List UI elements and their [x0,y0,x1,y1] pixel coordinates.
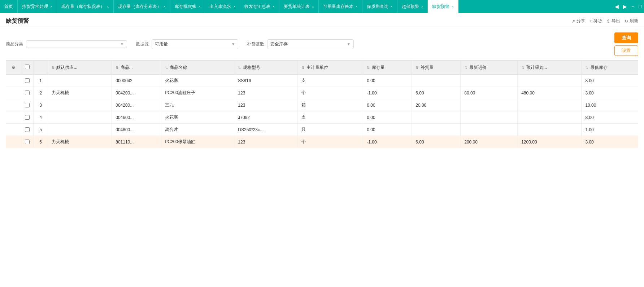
tab-minimize-button[interactable]: − [629,0,636,13]
tab-close-expiry[interactable]: × [391,5,393,9]
row-latest-price-cell: 80.00 [461,87,518,99]
column-header-item-name[interactable]: ⇅ 商品名称 [161,61,234,75]
sort-est-icon: ⇅ [521,66,524,70]
column-header-supplier[interactable]: ⇅ 默认供应... [48,61,112,75]
column-header-min-stock[interactable]: ⇅ 最低库存 [582,61,638,75]
row-spec-cell: 123 [234,99,298,111]
page-header: 缺货预警 ↗ 分享 + 补货 ⇧ 导出 ↻ 刷新 [0,13,644,28]
row-checkbox-2[interactable] [25,103,30,107]
tab-overstock[interactable]: 超储预警× [397,0,428,13]
share-button[interactable]: ↗ 分享 [571,18,585,24]
tab-maximize-button[interactable]: □ [637,0,644,13]
row-checkbox-3[interactable] [25,115,30,120]
row-code-cell: 004600... [112,111,161,124]
row-index-cell: 5 [34,124,48,136]
column-header-latest-price[interactable]: ⇅ 最新进价 [461,61,518,75]
row-name-cell: PC200油缸庄子 [161,87,234,99]
row-code-cell: 0000042 [112,75,161,87]
row-checkbox-4[interactable] [25,127,30,132]
row-supplier-cell: 力天机械 [48,136,112,148]
row-est-purchase-cell [518,124,582,136]
column-header-item-code[interactable]: ⇅ 商品... [112,61,161,75]
row-settings-cell [6,111,21,124]
tab-close-available-ledger[interactable]: × [356,5,358,9]
row-latest-price-cell [461,111,518,124]
row-spec-cell: 123 [234,136,298,148]
datasource-select[interactable]: 可用量 ▼ [152,39,238,49]
tab-close-shortage[interactable]: × [452,5,454,9]
row-replenish-qty-cell: 6.00 [412,87,461,99]
tab-prev-button[interactable]: ◀ [613,0,621,13]
row-name-cell: 三九 [161,99,234,111]
tab-expiry[interactable]: 保质期查询× [362,0,397,13]
row-unit-cell: 个 [298,136,363,148]
tab-close-overstock[interactable]: × [421,5,423,9]
table-settings-icon[interactable]: ⚙ [9,63,17,71]
replenish-button[interactable]: + 补货 [589,18,602,24]
row-checkbox-cell [21,124,34,136]
tab-abnormal[interactable]: 拣货异常处理× [18,0,57,13]
row-unit-cell: 个 [298,87,363,99]
row-stock-qty-cell: 0.00 [363,99,412,111]
tab-available-ledger[interactable]: 可用量库存账本× [319,0,362,13]
tab-order-stats[interactable]: 要货单统计表× [279,0,319,13]
tab-close-stock-dist[interactable]: × [164,5,166,9]
row-unit-cell: 支 [298,111,363,124]
column-header-index [34,61,48,75]
tab-receive-summary[interactable]: 收发存汇总表× [240,0,279,13]
category-select[interactable]: ▼ [26,40,127,48]
tab-next-button[interactable]: ▶ [621,0,629,13]
datasource-dropdown-icon: ▼ [231,42,235,46]
row-supplier-cell: 力天机械 [48,87,112,99]
table-header-row: ⚙ ⇅ 默认供应... ⇅ 商品... ⇅ [6,61,638,75]
select-all-checkbox[interactable] [25,65,30,69]
export-button[interactable]: ⇧ 导出 [606,18,620,24]
row-checkbox-cell [21,136,34,148]
replenish-base-label: 补货基数 [247,41,264,47]
row-spec-cell: J7092 [234,111,298,124]
row-checkbox-0[interactable] [25,78,30,83]
row-est-purchase-cell [518,99,582,111]
tab-bar: 首页拣货异常处理×现存量（库存状况表）×现存量（库存分布表）×库存批次账×出入库… [0,0,644,13]
row-name-cell: PC200张紧油缸 [161,136,234,148]
tab-stock-dist[interactable]: 现存量（库存分布表）× [114,0,170,13]
filter-action-buttons: 查询 设置 [614,32,638,56]
row-replenish-qty-cell [412,124,461,136]
row-unit-cell: 支 [298,75,363,87]
column-header-stock-qty[interactable]: ⇅ 库存量 [363,61,412,75]
sort-price-icon: ⇅ [464,66,467,70]
sort-spec-icon: ⇅ [238,66,241,70]
row-min-stock-cell: 3.00 [582,87,638,99]
row-est-purchase-cell: 480.00 [518,87,582,99]
row-checkbox-5[interactable] [25,140,30,144]
tab-stock-status[interactable]: 现存量（库存状况表）× [57,0,114,13]
sort-code-icon: ⇅ [116,66,118,70]
tab-close-batch[interactable]: × [199,5,201,9]
tab-close-receive-summary[interactable]: × [273,5,275,9]
tab-close-order-stats[interactable]: × [312,5,314,9]
tab-batch[interactable]: 库存批次账× [170,0,205,13]
data-table: ⚙ ⇅ 默认供应... ⇅ 商品... ⇅ [6,60,638,148]
settings-button[interactable]: 设置 [614,45,638,56]
tab-close-abnormal[interactable]: × [50,5,52,9]
tab-home[interactable]: 首页 [0,0,18,13]
row-stock-qty-cell: -1.00 [363,136,412,148]
row-checkbox-1[interactable] [25,90,30,95]
table-row: 4 004600... 火花塞 J7092 支 0.00 8.00 [6,111,638,124]
sort-name-icon: ⇅ [165,66,168,70]
page-title: 缺货预警 [6,17,29,25]
filter-bar: 商品分类 ▼ 数据源 可用量 ▼ 补货基数 安全库存 ▼ 查询 设置 [0,28,644,60]
tab-close-stock-status[interactable]: × [107,5,109,9]
tab-shortage[interactable]: 缺货预警× [428,0,458,13]
refresh-button[interactable]: ↻ 刷新 [625,18,638,24]
replenish-base-select[interactable]: 安全库存 ▼ [267,39,354,49]
column-header-spec[interactable]: ⇅ 规格型号 [234,61,298,75]
column-header-unit[interactable]: ⇅ 主计量单位 [298,61,363,75]
row-latest-price-cell [461,75,518,87]
column-header-replenish-qty[interactable]: ⇅ 补货量 [412,61,461,75]
tab-inout-flow[interactable]: 出入库流水× [205,0,240,13]
row-index-cell: 2 [34,87,48,99]
tab-close-inout-flow[interactable]: × [233,5,235,9]
column-header-est-purchase[interactable]: ⇅ 预计采购... [518,61,582,75]
query-button[interactable]: 查询 [614,32,638,43]
